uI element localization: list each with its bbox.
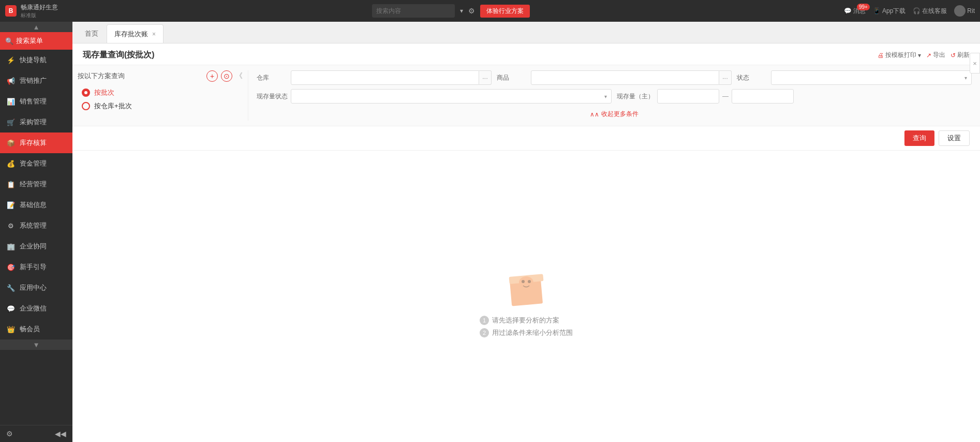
inventory-icon: 📦 [6, 138, 16, 148]
empty-box-svg [500, 256, 552, 307]
sidebar-item-app-center[interactable]: 🔧 应用中心 [0, 277, 72, 298]
status-field: 状态 ▾ [737, 70, 972, 85]
sidebar-item-basic-info[interactable]: 📝 基础信息 [0, 195, 72, 215]
export-btn[interactable]: ↗ 导出 [926, 51, 945, 60]
close-panel-btn[interactable]: × [970, 53, 980, 73]
marketing-icon: 📢 [6, 76, 16, 85]
sidebar-item-quick-nav[interactable]: ⚡ 快捷导航 [0, 50, 72, 70]
scheme-radio-filled-icon [82, 89, 90, 97]
sidebar-item-marketing[interactable]: 📢 营销推广 [0, 70, 72, 91]
sidebar-item-guide[interactable]: 🎯 新手引导 [0, 257, 72, 277]
product-field: 商品 ··· [497, 70, 732, 85]
empty-illustration [500, 256, 552, 307]
page-header: 现存量查询(按批次) 🖨 按模板打印 ▾ ↗ 导出 ↺ 刷新 [72, 43, 980, 65]
empty-hints: 1 请先选择要分析的方案 2 用过滤条件来缩小分析范围 [480, 316, 573, 337]
sidebar-item-enterprise[interactable]: 🏢 企业协同 [0, 236, 72, 257]
empty-state: 1 请先选择要分析的方案 2 用过滤条件来缩小分析范围 [72, 151, 980, 442]
user-avatar-btn[interactable]: Rit [954, 5, 975, 17]
sidebar-item-inventory[interactable]: 📦 库存核算 [0, 132, 72, 153]
tab-home[interactable]: 首页 [78, 24, 106, 43]
scheme-by-batch[interactable]: 按批次 [78, 86, 243, 99]
wechat-icon: 💬 [6, 304, 16, 313]
status-label: 状态 [737, 73, 768, 82]
empty-hint-1: 1 请先选择要分析的方案 [480, 316, 573, 325]
tab-inventory-batch[interactable]: 库存批次账 × [107, 24, 164, 43]
inventory-qty-field: 现存量（主） — [617, 89, 972, 104]
scheme-by-warehouse-batch[interactable]: 按仓库+批次 [78, 99, 243, 113]
topbar-center: ▾ ⚙ 体验行业方案 [58, 4, 844, 18]
printer-icon: 🖨 [878, 52, 884, 59]
sidebar-item-label: 企业微信 [20, 304, 47, 313]
scheme-by-batch-label: 按批次 [94, 88, 114, 97]
home-tab-label: 首页 [85, 29, 98, 38]
settings-bottom-icon[interactable]: ⚙ [6, 430, 13, 438]
collapse-conditions-btn[interactable]: ∧∧ 收起更多条件 [257, 108, 972, 121]
app-title: 畅康通好生意 [21, 3, 58, 12]
export-icon: ↗ [926, 52, 931, 59]
collapse-sidebar-icon[interactable]: ◀◀ [55, 430, 66, 438]
scheme-settings-btn[interactable]: ⊙ [221, 70, 232, 82]
product-label: 商品 [497, 73, 528, 82]
hint-num-2: 2 [480, 328, 489, 337]
topbar-left: B 畅康通好生意 标准版 [5, 3, 58, 19]
filter-panel: 按以下方案查询 + ⊙ 《 按批次 [72, 65, 980, 126]
experience-industry-btn[interactable]: 体验行业方案 [480, 5, 530, 18]
sidebar: ▲ 🔍 搜索菜单 ⚡ 快捷导航 📢 营销推广 📊 销售管理 🛒 采购管理 📦 库… [0, 22, 72, 442]
status-chevron-icon: ▾ [964, 75, 967, 81]
user-avatar [954, 5, 966, 17]
sidebar-scroll-up[interactable]: ▲ [0, 22, 72, 32]
sidebar-search-btn[interactable]: 🔍 搜索菜单 [0, 32, 72, 50]
inventory-qty-min-input[interactable] [657, 89, 719, 104]
app-center-icon: 🔧 [6, 283, 16, 292]
topbar-dropdown-btn[interactable]: ▾ [460, 7, 463, 14]
topbar-gear-btn[interactable]: ⚙ [468, 7, 475, 15]
enterprise-icon: 🏢 [6, 242, 16, 251]
page-header-actions: 🖨 按模板打印 ▾ ↗ 导出 ↺ 刷新 [878, 51, 970, 60]
sidebar-item-label: 销售管理 [20, 97, 47, 106]
sidebar-item-sales[interactable]: 📊 销售管理 [0, 91, 72, 112]
add-scheme-btn[interactable]: + [206, 70, 218, 82]
empty-hint-2: 2 用过滤条件来缩小分析范围 [480, 328, 573, 337]
print-dropdown-icon: ▾ [918, 52, 921, 59]
warehouse-input[interactable] [291, 70, 479, 85]
settings-btn[interactable]: 设置 [939, 130, 970, 146]
scheme-by-warehouse-batch-label: 按仓库+批次 [94, 101, 132, 111]
product-input[interactable] [531, 70, 719, 85]
sidebar-item-operation[interactable]: 📋 经营管理 [0, 174, 72, 195]
messages-btn[interactable]: 💬 消息 99+ [844, 7, 866, 16]
hint-text-1: 请先选择要分析的方案 [492, 316, 559, 325]
status-select[interactable]: ▾ [771, 70, 972, 85]
inventory-qty-max-input[interactable] [732, 89, 794, 104]
chevron-up-icon: ∧∧ [590, 111, 599, 118]
warehouse-more-btn[interactable]: ··· [479, 70, 492, 85]
sidebar-item-purchase[interactable]: 🛒 采购管理 [0, 112, 72, 132]
tab-close-icon[interactable]: × [152, 31, 156, 38]
filter-scheme-panel: 按以下方案查询 + ⊙ 《 按批次 [72, 70, 248, 121]
sidebar-item-wechat[interactable]: 💬 企业微信 [0, 298, 72, 319]
app-download-btn[interactable]: 📱 App下载 [873, 7, 905, 16]
inventory-status-select[interactable]: ▾ [291, 89, 612, 104]
warehouse-field: 仓库 ··· [257, 70, 492, 85]
sidebar-item-system[interactable]: ⚙ 系统管理 [0, 215, 72, 236]
sidebar-scroll-down[interactable]: ▼ [0, 340, 72, 350]
operation-icon: 📋 [6, 180, 16, 189]
filter-row-1: 仓库 ··· 商品 ··· [257, 70, 972, 85]
sidebar-item-finance[interactable]: 💰 资金管理 [0, 153, 72, 174]
app-subtitle: 标准版 [21, 12, 58, 19]
sidebar-item-member[interactable]: 👑 畅会员 [0, 319, 72, 340]
query-btn[interactable]: 查询 [904, 130, 934, 146]
radio-dot [84, 91, 87, 94]
online-service-btn[interactable]: 🎧 在线客服 [913, 7, 947, 16]
filter-row-2: 现存量状态 ▾ 现存量（主） — [257, 89, 972, 104]
collapse-filter-btn[interactable]: 《 [235, 70, 243, 82]
product-more-btn[interactable]: ··· [719, 70, 732, 85]
refresh-btn[interactable]: ↺ 刷新 [951, 51, 970, 60]
search-icon: 🔍 [5, 37, 13, 45]
online-service-label: 在线客服 [922, 7, 947, 16]
messages-badge: 99+ [857, 4, 870, 10]
refresh-label: 刷新 [957, 51, 970, 60]
sidebar-item-label: 采购管理 [20, 117, 47, 127]
topbar-search-input[interactable] [372, 4, 455, 18]
print-template-btn[interactable]: 🖨 按模板打印 ▾ [878, 51, 921, 60]
print-label: 按模板打印 [885, 51, 916, 60]
